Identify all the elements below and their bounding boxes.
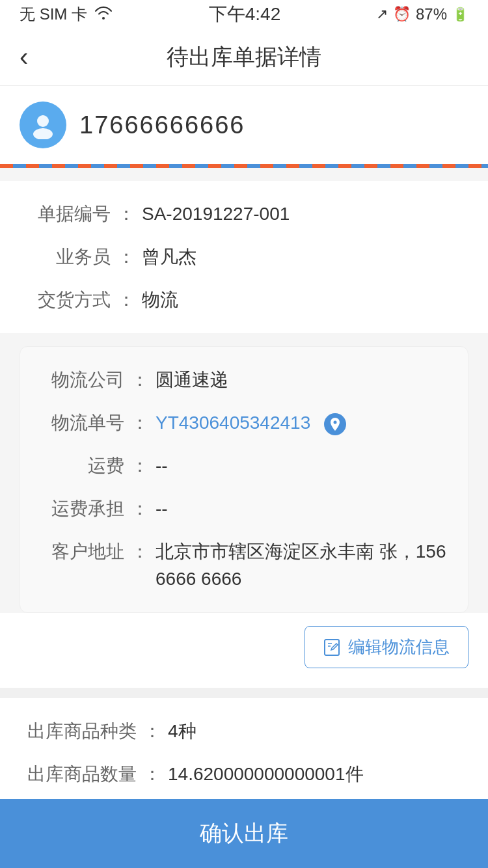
user-header: 17666666666	[0, 86, 488, 164]
nav-bar: ‹ 待出库单据详情	[0, 29, 488, 86]
wifi-icon	[94, 5, 113, 23]
label-salesperson: 业务员	[26, 243, 111, 271]
logistics-card: 物流公司 ： 圆通速递 物流单号 ： YT4306405342413 运费 ： …	[20, 346, 468, 613]
battery-text: 87%	[416, 5, 447, 23]
confirm-button-label: 确认出库	[200, 821, 288, 845]
info-row-freight: 运费 ： --	[40, 452, 448, 480]
alarm-icon: ⏰	[393, 6, 411, 23]
value-salesperson: 曾凡杰	[142, 243, 462, 271]
location-status-icon: ↗	[376, 6, 388, 23]
status-bar: 无 SIM 卡 下午4:42 ↗ ⏰ 87% 🔋	[0, 0, 488, 29]
label-tracking-number: 物流单号	[40, 409, 124, 437]
label-customer-address: 客户地址	[40, 538, 124, 593]
confirm-button-area[interactable]: 确认出库	[0, 799, 488, 868]
status-time: 下午4:42	[209, 2, 281, 27]
avatar	[20, 102, 66, 148]
label-document-number: 单据编号	[26, 200, 111, 228]
label-delivery-method: 交货方式	[26, 286, 111, 314]
value-delivery-method: 物流	[142, 286, 462, 314]
back-button[interactable]: ‹	[20, 42, 59, 72]
carrier-text: 无 SIM 卡	[20, 4, 87, 25]
status-right: ↗ ⏰ 87% 🔋	[376, 5, 468, 23]
info-row-logistics-company: 物流公司 ： 圆通速递	[40, 366, 448, 394]
value-freight: --	[156, 452, 448, 480]
user-phone: 17666666666	[79, 111, 245, 139]
dashed-divider	[0, 164, 488, 168]
info-row-goods-quantity: 出库商品数量 ： 14.620000000000001件	[26, 761, 462, 788]
label-goods-quantity: 出库商品数量	[26, 761, 137, 788]
edit-logistics-label: 编辑物流信息	[348, 636, 450, 658]
edit-logistics-area: 编辑物流信息	[0, 613, 488, 688]
value-freight-bearer: --	[156, 495, 448, 522]
status-left: 无 SIM 卡	[20, 4, 113, 25]
value-logistics-company: 圆通速递	[156, 366, 448, 394]
label-logistics-company: 物流公司	[40, 366, 124, 394]
value-goods-types: 4种	[168, 718, 462, 745]
value-customer-address: 北京市市辖区海淀区永丰南 张，156 6666 6666	[156, 538, 448, 593]
value-document-number: SA-20191227-001	[142, 200, 462, 228]
svg-point-0	[37, 115, 49, 127]
value-goods-quantity: 14.620000000000001件	[168, 761, 462, 788]
goods-info-section: 出库商品种类 ： 4种 出库商品数量 ： 14.620000000000001件	[0, 698, 488, 807]
section-divider	[0, 688, 488, 698]
info-row-salesperson: 业务员 ： 曾凡杰	[26, 243, 462, 271]
info-row-customer-address: 客户地址 ： 北京市市辖区海淀区永丰南 张，156 6666 6666	[40, 538, 448, 593]
svg-point-1	[33, 128, 53, 139]
info-row-tracking-number: 物流单号 ： YT4306405342413	[40, 409, 448, 437]
location-pin-icon[interactable]	[323, 413, 347, 436]
info-row-document-number: 单据编号 ： SA-20191227-001	[26, 200, 462, 228]
label-freight-bearer: 运费承担	[40, 495, 124, 522]
info-row-goods-types: 出库商品种类 ： 4种	[26, 718, 462, 745]
edit-icon	[323, 638, 342, 657]
info-row-delivery-method: 交货方式 ： 物流	[26, 286, 462, 314]
value-tracking-number: YT4306405342413	[156, 409, 448, 437]
info-row-freight-bearer: 运费承担 ： --	[40, 495, 448, 522]
battery-icon: 🔋	[452, 7, 468, 22]
label-freight: 运费	[40, 452, 124, 480]
edit-logistics-button[interactable]: 编辑物流信息	[305, 626, 468, 668]
page-title: 待出库单据详情	[167, 42, 321, 72]
basic-info-section: 单据编号 ： SA-20191227-001 业务员 ： 曾凡杰 交货方式 ： …	[0, 181, 488, 333]
label-goods-types: 出库商品种类	[26, 718, 137, 745]
